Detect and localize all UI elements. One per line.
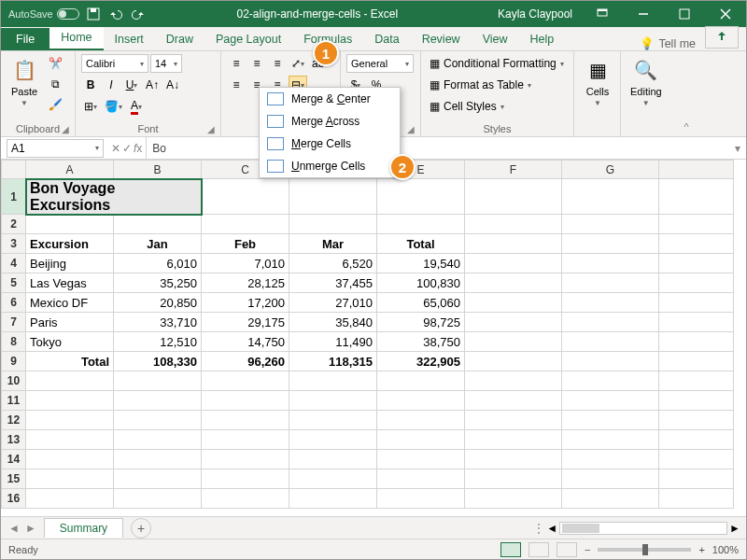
horizontal-scrollbar[interactable] xyxy=(559,522,727,535)
align-bottom-button[interactable]: ≡ xyxy=(268,54,287,73)
cell[interactable]: 6,010 xyxy=(114,254,202,273)
cell[interactable]: 35,840 xyxy=(289,313,377,332)
add-sheet-button[interactable]: + xyxy=(131,518,151,539)
row-header-6[interactable]: 6 xyxy=(2,293,26,313)
row-header-8[interactable]: 8 xyxy=(2,332,26,352)
font-launcher[interactable]: ◢ xyxy=(207,124,215,134)
cell[interactable]: 29,175 xyxy=(202,313,289,332)
format-painter-button[interactable]: 🖌️ xyxy=(46,95,65,114)
cell[interactable]: 96,260 xyxy=(202,352,289,371)
table-header[interactable]: Jan xyxy=(114,234,202,254)
row-header-11[interactable]: 11 xyxy=(2,391,26,411)
merge-across-item[interactable]: Merge Across xyxy=(260,110,400,133)
font-name-combo[interactable]: Calibri▾ xyxy=(81,54,148,73)
row-header-16[interactable]: 16 xyxy=(2,489,26,509)
cell-styles-button[interactable]: ▦Cell Styles▾ xyxy=(427,97,567,116)
close-icon[interactable] xyxy=(705,1,746,27)
fx-icon[interactable]: fx xyxy=(134,142,142,155)
enter-formula-icon[interactable]: ✓ xyxy=(122,142,132,155)
table-header[interactable]: Total xyxy=(377,234,465,254)
grow-font-button[interactable]: A↑ xyxy=(143,76,162,94)
undo-icon[interactable] xyxy=(107,6,124,22)
ribbon-options-icon[interactable] xyxy=(582,1,623,27)
worksheet-grid[interactable]: A B C D E F G 1 Bon Voyage Excursions 2 … xyxy=(1,160,746,516)
format-as-table-button[interactable]: ▦Format as Table▾ xyxy=(427,76,567,94)
cell[interactable]: 38,750 xyxy=(377,332,465,352)
row-header-1[interactable]: 1 xyxy=(2,179,26,215)
borders-button[interactable]: ⊞▾ xyxy=(81,97,100,116)
cell[interactable]: Paris xyxy=(26,313,114,332)
zoom-level[interactable]: 100% xyxy=(712,544,739,555)
cell[interactable]: 19,540 xyxy=(377,254,465,273)
row-header-7[interactable]: 7 xyxy=(2,313,26,332)
cell[interactable]: Beijing xyxy=(26,254,114,273)
name-box[interactable]: A1▾ xyxy=(7,139,104,158)
page-layout-view-button[interactable] xyxy=(529,542,549,557)
cell[interactable]: 14,750 xyxy=(202,332,289,352)
cell-title[interactable]: Bon Voyage Excursions xyxy=(26,179,202,215)
clipboard-launcher[interactable]: ◢ xyxy=(62,124,69,134)
tab-pagelayout[interactable]: Page Layout xyxy=(204,29,292,50)
table-header[interactable]: Mar xyxy=(289,234,377,254)
sheet-tab-summary[interactable]: Summary xyxy=(44,518,123,538)
table-header[interactable]: Excursion xyxy=(26,234,114,254)
unmerge-cells-item[interactable]: Unmerge Cells xyxy=(260,155,400,177)
copy-button[interactable]: ⧉ xyxy=(46,75,65,93)
formula-input[interactable]: Bo xyxy=(147,142,729,155)
tab-draw[interactable]: Draw xyxy=(155,29,204,50)
merge-cells-item[interactable]: Merge Cells xyxy=(260,133,400,155)
tab-file[interactable]: File xyxy=(1,28,49,50)
col-header-G[interactable]: G xyxy=(562,161,659,179)
align-top-button[interactable]: ≡ xyxy=(227,54,246,73)
cell[interactable]: 65,060 xyxy=(377,293,465,313)
cell[interactable]: 27,010 xyxy=(289,293,377,313)
collapse-ribbon-button[interactable]: ^ xyxy=(677,51,696,136)
tab-help[interactable]: Help xyxy=(519,29,566,50)
row-header-5[interactable]: 5 xyxy=(2,273,26,293)
scroll-right[interactable]: ► xyxy=(729,522,740,535)
cell[interactable]: Total xyxy=(26,352,114,371)
expand-formula-bar[interactable]: ▾ xyxy=(729,142,746,155)
row-header-13[interactable]: 13 xyxy=(2,430,26,450)
paste-button[interactable]: 📋 Paste ▼ xyxy=(7,54,42,109)
save-icon[interactable] xyxy=(85,6,102,22)
cell[interactable]: 118,315 xyxy=(289,352,377,371)
cell[interactable]: 322,905 xyxy=(377,352,465,371)
bold-button[interactable]: B xyxy=(81,76,100,94)
table-header[interactable]: Feb xyxy=(202,234,289,254)
row-header-15[interactable]: 15 xyxy=(2,469,26,489)
scroll-left[interactable]: ◄ xyxy=(546,522,557,535)
sheet-nav-next[interactable]: ► xyxy=(25,522,36,535)
share-button[interactable] xyxy=(705,26,739,49)
cell[interactable]: 28,125 xyxy=(202,273,289,293)
cell[interactable]: 6,520 xyxy=(289,254,377,273)
tab-view[interactable]: View xyxy=(472,29,519,50)
shrink-font-button[interactable]: A↓ xyxy=(163,76,182,94)
page-break-view-button[interactable] xyxy=(557,542,577,557)
cancel-formula-icon[interactable]: ✕ xyxy=(111,142,120,155)
underline-button[interactable]: U▾ xyxy=(122,76,141,94)
cell[interactable]: 100,830 xyxy=(377,273,465,293)
editing-button[interactable]: 🔍Editing▼ xyxy=(627,54,666,109)
align-middle-button[interactable]: ≡ xyxy=(247,54,266,73)
cell[interactable]: 17,200 xyxy=(202,293,289,313)
row-header-12[interactable]: 12 xyxy=(2,411,26,430)
tab-home[interactable]: Home xyxy=(49,27,103,50)
row-header-9[interactable]: 9 xyxy=(2,352,26,371)
cell[interactable]: 7,010 xyxy=(202,254,289,273)
cut-button[interactable]: ✂️ xyxy=(46,54,65,73)
row-header-3[interactable]: 3 xyxy=(2,234,26,254)
col-header-A[interactable]: A xyxy=(26,161,114,179)
cell[interactable]: 35,250 xyxy=(114,273,202,293)
row-header-4[interactable]: 4 xyxy=(2,254,26,273)
number-format-combo[interactable]: General▾ xyxy=(346,54,414,73)
cell[interactable]: Tokyo xyxy=(26,332,114,352)
zoom-in-button[interactable]: + xyxy=(698,544,704,555)
fill-color-button[interactable]: 🪣▾ xyxy=(102,97,125,116)
cell[interactable]: 20,850 xyxy=(114,293,202,313)
italic-button[interactable]: I xyxy=(102,76,120,94)
row-header-2[interactable]: 2 xyxy=(2,215,26,234)
cell[interactable]: 12,510 xyxy=(114,332,202,352)
col-header-H[interactable] xyxy=(659,161,734,179)
cells-button[interactable]: ▦Cells▼ xyxy=(580,54,615,109)
